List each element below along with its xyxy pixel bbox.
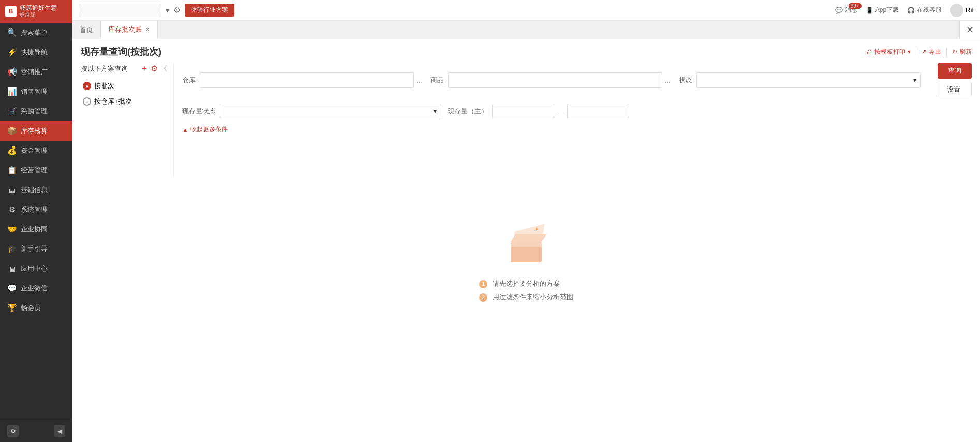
- print-btn[interactable]: 🖨 按模板打印 ▾: [866, 48, 916, 56]
- sidebar-icon-12: 🖥: [7, 264, 17, 273]
- sidebar-label-10: 企业协同: [21, 225, 48, 234]
- filter-row-2: 现存量状态 ▾ 现存量（主） —: [182, 104, 972, 119]
- refresh-icon: ↻: [952, 48, 957, 55]
- empty-state: ✦ 1 请先选择要分析的方案 2 用过滤条件来缩小分析范围: [72, 177, 980, 345]
- settings-footer-btn[interactable]: ⚙: [7, 425, 19, 437]
- sidebar-icon-10: 🤝: [7, 225, 17, 234]
- messages-btn[interactable]: 💬 消息 99+: [835, 6, 857, 14]
- sidebar-label-9: 系统管理: [21, 205, 48, 214]
- warehouse-input[interactable]: [200, 72, 414, 88]
- filter-scheme-panel: 按以下方案查询 ＋ ⚙ 《 ● 按批次 ○ 按仓库+批次: [81, 63, 174, 177]
- sidebar-item-企业协同[interactable]: 🤝 企业协同: [0, 219, 72, 239]
- search-input[interactable]: [79, 4, 161, 17]
- collapse-arrow-icon: ▲: [182, 126, 188, 134]
- scheme-item-warehouse-batch[interactable]: ○ 按仓库+批次: [81, 94, 167, 109]
- filter-dash: —: [557, 108, 564, 115]
- inventory-qty-min-input[interactable]: [492, 104, 554, 119]
- filter-group-inventory-status: 现存量状态 ▾: [182, 104, 441, 119]
- sidebar-item-库存核算[interactable]: 📦 库存核算: [0, 121, 72, 141]
- page-actions: 🖨 按模板打印 ▾ ↗ 导出 ↻ 刷新: [866, 48, 972, 56]
- product-more-btn[interactable]: ...: [662, 76, 673, 84]
- scheme-settings-btn[interactable]: ⚙: [151, 64, 158, 73]
- sidebar-item-营销推广[interactable]: 📢 营销推广: [0, 62, 72, 82]
- export-btn[interactable]: ↗ 导出: [922, 48, 947, 56]
- empty-tip-1-text: 请先选择要分析的方案: [493, 279, 560, 287]
- status-label: 状态: [679, 76, 692, 85]
- filter-group-status: 状态 ▾: [679, 72, 921, 88]
- app-version: 标准版: [20, 11, 57, 19]
- message-icon: 💬: [835, 7, 843, 14]
- tabbar: 首页 库存批次账 ✕ ✕: [72, 21, 980, 39]
- collapse-sidebar-btn[interactable]: ◀: [54, 425, 65, 437]
- close-all-tabs-btn[interactable]: ✕: [959, 21, 980, 39]
- tip-num-2: 2: [479, 293, 487, 302]
- scheme-active-dot: ●: [83, 82, 91, 90]
- sidebar-item-新手引导[interactable]: 🎓 新手引导: [0, 239, 72, 259]
- tab-home[interactable]: 首页: [72, 21, 101, 39]
- sidebar-item-销售管理[interactable]: 📊 销售管理: [0, 82, 72, 101]
- sidebar-item-采购管理[interactable]: 🛒 采购管理: [0, 101, 72, 121]
- sidebar-item-基础信息[interactable]: 🗂 基础信息: [0, 180, 72, 200]
- dropdown-btn[interactable]: ▾: [166, 6, 169, 14]
- filter-fields-area: 仓库 ... 商品 ... 状态 ▾: [174, 63, 972, 177]
- sidebar-item-快捷导航[interactable]: ⚡ 快捷导航: [0, 42, 72, 62]
- export-icon: ↗: [922, 48, 927, 55]
- status-dropdown[interactable]: ▾: [696, 72, 921, 88]
- avatar: [950, 4, 963, 17]
- app-download-btn[interactable]: 📱 App下载: [866, 6, 899, 14]
- product-label: 商品: [430, 76, 444, 85]
- sidebar-item-应用中心[interactable]: 🖥 应用中心: [0, 259, 72, 278]
- topbar: ▾ ⚙ 体验行业方案 💬 消息 99+ 📱 App下载 🎧 在线客服 Rit: [72, 0, 980, 21]
- action-buttons: 查询 设置: [936, 63, 972, 97]
- sidebar-icon-6: 💰: [7, 146, 17, 155]
- collapse-scheme-btn[interactable]: 《: [160, 64, 167, 73]
- tab-inventory-batch[interactable]: 库存批次账 ✕: [101, 21, 158, 39]
- query-btn[interactable]: 查询: [938, 63, 972, 79]
- warehouse-more-btn[interactable]: ...: [414, 76, 424, 84]
- sidebar-item-畅会员[interactable]: 🏆 畅会员: [0, 298, 72, 318]
- scheme-header-label: 按以下方案查询: [81, 64, 128, 73]
- export-label: 导出: [929, 48, 941, 56]
- sidebar-icon-0: 🔍: [7, 28, 17, 37]
- collapse-more-btn[interactable]: ▲ 收起更多条件: [182, 125, 228, 134]
- topbar-right: 💬 消息 99+ 📱 App下载 🎧 在线客服 Rit: [835, 4, 974, 17]
- add-scheme-btn[interactable]: ＋: [140, 63, 149, 74]
- sidebar-item-企业微信[interactable]: 💬 企业微信: [0, 278, 72, 298]
- tab-close-btn[interactable]: ✕: [145, 26, 150, 33]
- product-input[interactable]: [448, 72, 662, 88]
- inventory-status-dropdown[interactable]: ▾: [220, 104, 441, 119]
- empty-tip-2-text: 用过滤条件来缩小分析范围: [493, 293, 573, 301]
- scheme-item-batch[interactable]: ● 按批次: [81, 78, 167, 94]
- scheme-actions: ＋ ⚙ 《: [140, 63, 167, 74]
- warehouse-label: 仓库: [182, 76, 196, 85]
- gear-btn[interactable]: ⚙: [173, 5, 181, 15]
- tab-home-label: 首页: [80, 25, 93, 35]
- sidebar-item-搜索菜单[interactable]: 🔍 搜索菜单: [0, 23, 72, 42]
- tab-inventory-batch-label: 库存批次账: [108, 25, 142, 34]
- sidebar-label-1: 快捷导航: [21, 48, 48, 57]
- sidebar-item-资金管理[interactable]: 💰 资金管理: [0, 141, 72, 160]
- user-btn[interactable]: Rit: [950, 4, 974, 17]
- scheme-item-warehouse-batch-label: 按仓库+批次: [94, 97, 132, 106]
- sidebar-label-13: 企业微信: [21, 284, 48, 293]
- refresh-btn[interactable]: ↻ 刷新: [952, 48, 972, 56]
- page-content: 现存量查询(按批次) 🖨 按模板打印 ▾ ↗ 导出 ↻ 刷新: [72, 39, 980, 442]
- svg-text:✦: ✦: [534, 226, 539, 233]
- empty-illustration: ✦: [500, 218, 552, 265]
- inventory-qty-max-input[interactable]: [567, 104, 629, 119]
- sidebar-label-2: 营销推广: [21, 67, 48, 77]
- sidebar-item-经营管理[interactable]: 📋 经营管理: [0, 160, 72, 180]
- sidebar: B 畅康通好生意 标准版 🔍 搜索菜单 ⚡ 快捷导航 📢 营销推广 📊 销售管理…: [0, 0, 72, 442]
- inventory-status-arrow: ▾: [434, 108, 437, 115]
- status-dropdown-arrow: ▾: [913, 77, 916, 84]
- sidebar-item-系统管理[interactable]: ⚙ 系统管理: [0, 200, 72, 219]
- scheme-inactive-dot: ○: [83, 97, 91, 106]
- settings-btn[interactable]: 设置: [936, 82, 972, 97]
- sidebar-label-5: 库存核算: [21, 126, 48, 136]
- sidebar-items: 🔍 搜索菜单 ⚡ 快捷导航 📢 营销推广 📊 销售管理 🛒 采购管理 📦 库存核…: [0, 23, 72, 420]
- experience-btn[interactable]: 体验行业方案: [185, 4, 234, 17]
- print-icon: 🖨: [866, 48, 872, 55]
- online-service-btn[interactable]: 🎧 在线客服: [907, 6, 942, 14]
- service-label: 在线客服: [917, 6, 942, 14]
- sidebar-label-4: 采购管理: [21, 107, 48, 116]
